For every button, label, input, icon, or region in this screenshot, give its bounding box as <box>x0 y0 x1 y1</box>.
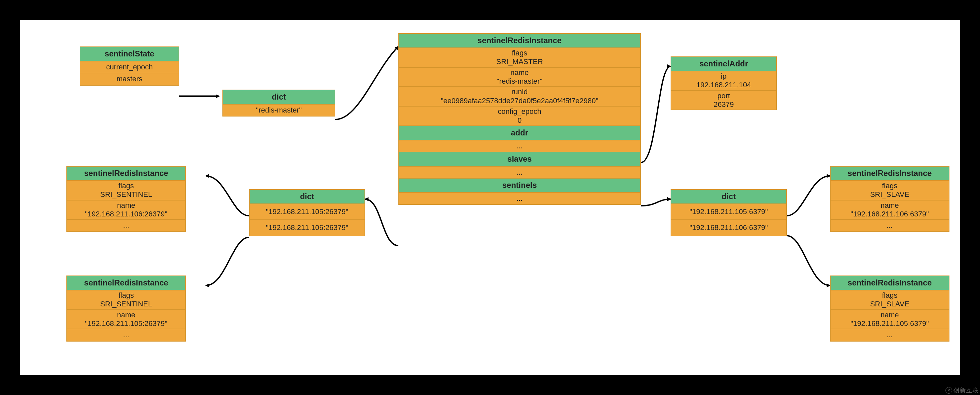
sent0-name-label: name <box>68 201 184 210</box>
sent1-name-value: "192.168.211.105:26379" <box>68 319 184 328</box>
sentinels-dict-box: dict "192.168.211.105:26379" "192.168.21… <box>249 189 365 236</box>
master-cfg-value: 0 <box>400 116 639 125</box>
slave0-flags: flags SRI_SLAVE <box>830 181 950 201</box>
sent0-name-value: "192.168.211.106:26379" <box>68 210 184 218</box>
master-addr-dots: ... <box>398 140 641 152</box>
sentinelAddr-ip-label: ip <box>673 72 775 81</box>
masters-dict-row-0: "redis-master" <box>223 105 335 116</box>
sentinelState-title: sentinelState <box>80 46 179 61</box>
slave1-title: sentinelRedisInstance <box>830 276 950 290</box>
master-cfg-label: config_epoch <box>400 107 639 116</box>
slave1-name-label: name <box>832 311 947 319</box>
sent1-title: sentinelRedisInstance <box>67 276 186 290</box>
slave0-title: sentinelRedisInstance <box>830 166 950 181</box>
slave1-name: name "192.168.211.105:6379" <box>830 310 950 330</box>
master-slaves-header: slaves <box>398 152 641 167</box>
watermark-icon: ✕ <box>945 387 952 394</box>
sent1-dots: ... <box>67 329 186 341</box>
slaves-dict-row-0: "192.168.211.105:6379" <box>671 204 787 220</box>
master-name-value: "redis-master" <box>400 77 639 86</box>
master-addr-header: addr <box>398 126 641 140</box>
slave1-flags: flags SRI_SLAVE <box>830 290 950 310</box>
sentinelAddr-title: sentinelAddr <box>671 56 777 72</box>
master-instance-box: sentinelRedisInstance flags SRI_MASTER n… <box>398 33 641 205</box>
slave-instance-1-box: sentinelRedisInstance flags SRI_SLAVE na… <box>830 276 950 342</box>
master-flags-cell: flags SRI_MASTER <box>398 48 641 68</box>
slave0-flags-label: flags <box>832 182 947 190</box>
master-cfg-cell: config_epoch 0 <box>398 107 641 126</box>
masters-dict-title: dict <box>223 90 335 105</box>
sent0-name: name "192.168.211.106:26379" <box>67 201 186 220</box>
sentinels-dict-title: dict <box>249 189 365 204</box>
master-runid-cell: runid "ee0989afaa2578dde27da0f5e2aa0f4f5… <box>398 87 641 107</box>
sentinelAddr-ip-cell: ip 192.168.211.104 <box>671 72 777 91</box>
slave-instance-0-box: sentinelRedisInstance flags SRI_SLAVE na… <box>830 166 950 232</box>
slave1-flags-value: SRI_SLAVE <box>832 300 947 308</box>
sentinelAddr-port-cell: port 26379 <box>671 91 777 110</box>
slave0-flags-value: SRI_SLAVE <box>832 190 947 199</box>
watermark-text: 创新互联 <box>953 386 979 394</box>
sentinelAddr-box: sentinelAddr ip 192.168.211.104 port 263… <box>671 56 777 110</box>
master-runid-label: runid <box>400 88 639 96</box>
slave0-name-value: "192.168.211.106:6379" <box>832 210 947 218</box>
sentinels-dict-row-0: "192.168.211.105:26379" <box>249 204 365 220</box>
slave0-name: name "192.168.211.106:6379" <box>830 201 950 220</box>
sentinelAddr-port-value: 26379 <box>673 100 775 109</box>
sent0-dots: ... <box>67 220 186 232</box>
master-sentinels-header: sentinels <box>398 178 641 193</box>
sent0-flags-value: SRI_SENTINEL <box>68 190 184 199</box>
master-name-cell: name "redis-master" <box>398 68 641 87</box>
sent0-flags: flags SRI_SENTINEL <box>67 181 186 201</box>
watermark: ✕ 创新互联 <box>945 386 979 394</box>
slave0-dots: ... <box>830 220 950 232</box>
master-name-label: name <box>400 68 639 77</box>
sent0-flags-label: flags <box>68 182 184 190</box>
slaves-dict-title: dict <box>671 189 787 204</box>
master-instance-title: sentinelRedisInstance <box>398 33 641 48</box>
sentinelState-row-masters: masters <box>80 73 179 85</box>
sentinels-dict-row-1: "192.168.211.106:26379" <box>249 220 365 236</box>
sent0-title: sentinelRedisInstance <box>67 166 186 181</box>
sent1-flags-label: flags <box>68 291 184 300</box>
slave1-name-value: "192.168.211.105:6379" <box>832 319 947 328</box>
master-runid-value: "ee0989afaa2578dde27da0f5e2aa0f4f5f7e298… <box>400 97 639 105</box>
sentinelState-row-current_epoch: current_epoch <box>80 61 179 73</box>
diagram-canvas: sentinelState current_epoch masters dict… <box>20 20 960 375</box>
sent1-name-label: name <box>68 311 184 319</box>
master-slaves-dots: ... <box>398 167 641 178</box>
slave1-flags-label: flags <box>832 291 947 300</box>
sent1-name: name "192.168.211.105:26379" <box>67 310 186 330</box>
master-flags-value: SRI_MASTER <box>400 57 639 66</box>
master-sentinels-dots: ... <box>398 193 641 205</box>
masters-dict-box: dict "redis-master" <box>223 90 335 116</box>
sentinelAddr-port-label: port <box>673 92 775 100</box>
master-flags-label: flags <box>400 49 639 57</box>
sent1-flags: flags SRI_SENTINEL <box>67 290 186 310</box>
slave1-dots: ... <box>830 329 950 341</box>
slaves-dict-box: dict "192.168.211.105:6379" "192.168.211… <box>671 189 787 236</box>
sentinel-instance-1-box: sentinelRedisInstance flags SRI_SENTINEL… <box>67 276 186 342</box>
slave0-name-label: name <box>832 201 947 210</box>
slaves-dict-row-1: "192.168.211.106:6379" <box>671 220 787 236</box>
sentinelState-box: sentinelState current_epoch masters <box>80 46 179 86</box>
sentinelAddr-ip-value: 192.168.211.104 <box>673 81 775 89</box>
sent1-flags-value: SRI_SENTINEL <box>68 300 184 308</box>
sentinel-instance-0-box: sentinelRedisInstance flags SRI_SENTINEL… <box>67 166 186 232</box>
